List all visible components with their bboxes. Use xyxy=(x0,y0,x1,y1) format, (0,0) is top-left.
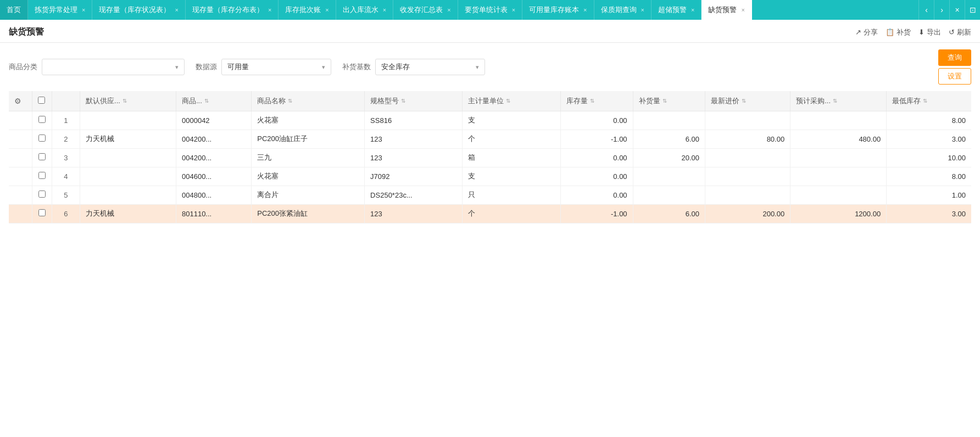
row-checkbox-2[interactable] xyxy=(38,153,46,160)
th-supplement-sort-icon: ⇅ xyxy=(662,98,667,104)
export-label: 导出 xyxy=(927,27,941,37)
th-unit[interactable]: 主计量单位 ⇅ xyxy=(463,91,561,111)
tab-prev-btn[interactable]: ‹ xyxy=(918,0,934,20)
top-nav: 首页 拣货异常处理 × 现存量（库存状况表） × 现存量（库存分布表） × 库存… xyxy=(0,0,980,20)
refresh-button[interactable]: ↺ 刷新 xyxy=(949,27,971,37)
refresh-icon: ↺ xyxy=(949,28,955,36)
table-row: 6 力天机械 801110... PC200张紧油缸 123 个 -1.00 6… xyxy=(9,204,971,223)
row-checkbox-5[interactable] xyxy=(38,209,46,216)
refresh-label: 刷新 xyxy=(957,27,971,37)
th-supplement[interactable]: 补货量 ⇅ xyxy=(633,91,705,111)
share-icon: ↗ xyxy=(855,28,861,36)
tab-abnormal-close[interactable]: × xyxy=(82,7,85,13)
cell-min-stock: 10.00 xyxy=(887,148,971,167)
tab-stock-dist[interactable]: 现存量（库存分布表） × xyxy=(186,0,279,20)
th-latest-price-label: 最新进价 xyxy=(711,96,739,106)
datasource-filter-group: 数据源 可用量 ▾ xyxy=(196,59,331,75)
cell-spec: 123 xyxy=(365,130,463,148)
cell-supplement xyxy=(633,186,705,204)
tab-expiry[interactable]: 保质期查询 × xyxy=(594,0,652,20)
cell-unit: 个 xyxy=(463,130,561,148)
row-checkbox-1[interactable] xyxy=(38,135,46,142)
tab-close-all-btn[interactable]: × xyxy=(949,0,965,20)
th-stock[interactable]: 库存量 ⇅ xyxy=(561,91,633,111)
th-stock-sort-icon: ⇅ xyxy=(590,98,594,104)
cell-gear xyxy=(9,111,32,130)
select-all-checkbox[interactable] xyxy=(38,97,45,104)
cell-est-purchase xyxy=(790,148,887,167)
row-checkbox-4[interactable] xyxy=(38,191,46,198)
tab-abnormal[interactable]: 拣货异常处理 × xyxy=(28,0,92,20)
tab-shortage-close[interactable]: × xyxy=(741,7,744,13)
cell-spec: J7092 xyxy=(365,167,463,186)
cell-supplement: 6.00 xyxy=(633,204,705,223)
tab-inout[interactable]: 出入库流水 × xyxy=(336,0,393,20)
share-button[interactable]: ↗ 分享 xyxy=(855,27,878,37)
tab-shortage[interactable]: 缺货预警 × xyxy=(701,0,751,20)
cell-supplier: 力天机械 xyxy=(80,130,176,148)
cell-supplement xyxy=(633,111,705,130)
base-select[interactable]: 安全库存 ▾ xyxy=(375,59,485,75)
th-supplier-sort-icon: ⇅ xyxy=(122,98,127,104)
cell-min-stock: 3.00 xyxy=(887,130,971,148)
table-row: 2 力天机械 004200... PC200油缸庄子 123 个 -1.00 6… xyxy=(9,130,971,148)
cell-supplement: 20.00 xyxy=(633,148,705,167)
cell-est-purchase: 480.00 xyxy=(790,130,887,148)
tab-summary-close[interactable]: × xyxy=(447,7,450,13)
th-spec[interactable]: 规格型号 ⇅ xyxy=(365,91,463,111)
th-min-stock[interactable]: 最低库存 ⇅ xyxy=(887,91,971,111)
tab-summary[interactable]: 收发存汇总表 × xyxy=(393,0,458,20)
cell-row-num: 4 xyxy=(52,167,80,186)
th-code[interactable]: 商品... ⇅ xyxy=(176,91,251,111)
datasource-select[interactable]: 可用量 ▾ xyxy=(221,59,331,75)
cell-row-num: 2 xyxy=(52,130,80,148)
export-button[interactable]: ⬇ 导出 xyxy=(918,27,941,37)
th-gear: ⚙ xyxy=(9,91,32,111)
data-table: ⚙ 默认供应... ⇅ 商品... xyxy=(9,91,971,223)
tab-next-btn[interactable]: › xyxy=(934,0,949,20)
cell-unit: 支 xyxy=(463,167,561,186)
cell-code: 004800... xyxy=(176,186,251,204)
cell-checkbox xyxy=(32,148,52,167)
settings-button[interactable]: 设置 xyxy=(938,68,971,85)
cell-est-purchase xyxy=(790,186,887,204)
tab-expand-btn[interactable]: ⊡ xyxy=(965,0,980,20)
tab-batch[interactable]: 库存批次账 × xyxy=(279,0,336,20)
row-checkbox-0[interactable] xyxy=(38,116,46,123)
th-stock-label: 库存量 xyxy=(566,96,588,106)
tab-stock-status-close[interactable]: × xyxy=(175,7,178,13)
row-checkbox-3[interactable] xyxy=(38,172,46,179)
tab-expiry-close[interactable]: × xyxy=(641,7,644,13)
cell-min-stock: 8.00 xyxy=(887,111,971,130)
column-settings-icon[interactable]: ⚙ xyxy=(14,97,21,105)
th-latest-price[interactable]: 最新进价 ⇅ xyxy=(705,91,790,111)
supplement-label: 补货 xyxy=(897,27,911,37)
tab-overstock-close[interactable]: × xyxy=(691,7,694,13)
tab-home[interactable]: 首页 xyxy=(0,0,28,20)
th-code-sort-icon: ⇅ xyxy=(204,98,209,104)
th-name[interactable]: 商品名称 ⇅ xyxy=(252,91,365,111)
table-row: 3 004200... 三九 123 箱 0.00 20.00 10.00 xyxy=(9,148,971,167)
tab-requisition-close[interactable]: × xyxy=(512,7,515,13)
tab-stock-dist-close[interactable]: × xyxy=(268,7,271,13)
table-header-row: ⚙ 默认供应... ⇅ 商品... xyxy=(9,91,971,111)
category-select[interactable]: ▾ xyxy=(42,59,185,75)
page-title: 缺货预警 xyxy=(9,26,44,38)
tab-overstock[interactable]: 超储预警 × xyxy=(652,0,701,20)
tab-inout-close[interactable]: × xyxy=(383,7,386,13)
cell-code: 801110... xyxy=(176,204,251,223)
tab-batch-close[interactable]: × xyxy=(325,7,328,13)
tab-available[interactable]: 可用量库存账本 × xyxy=(522,0,594,20)
cell-latest-price xyxy=(705,111,790,130)
cell-latest-price: 200.00 xyxy=(705,204,790,223)
query-button[interactable]: 查询 xyxy=(938,49,971,66)
tab-requisition[interactable]: 要货单统计表 × xyxy=(458,0,522,20)
tab-stock-status[interactable]: 现存量（库存状况表） × xyxy=(92,0,185,20)
tab-expiry-label: 保质期查询 xyxy=(601,5,637,15)
th-est-purchase[interactable]: 预计采购... ⇅ xyxy=(790,91,887,111)
th-supplier[interactable]: 默认供应... ⇅ xyxy=(80,91,176,111)
supplement-button[interactable]: 📋 补货 xyxy=(886,27,911,37)
tab-available-close[interactable]: × xyxy=(583,7,587,13)
cell-row-num: 5 xyxy=(52,186,80,204)
cell-gear xyxy=(9,130,32,148)
